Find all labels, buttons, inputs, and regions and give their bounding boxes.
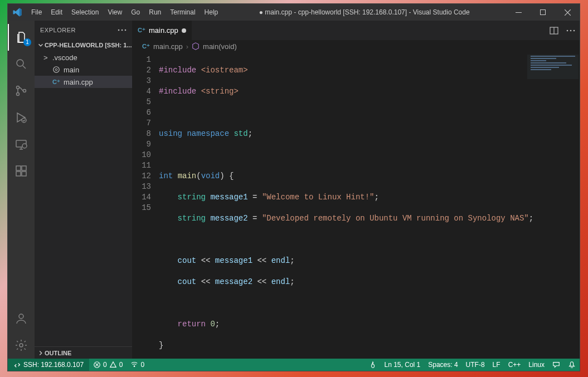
menu-run[interactable]: Run [144,4,166,21]
status-bell[interactable] [564,359,580,371]
menu-help[interactable]: Help [200,4,223,21]
binary-icon [52,66,60,74]
svg-point-17 [125,29,127,31]
svg-rect-12 [22,166,26,170]
sidebar-title: EXPLORER [40,27,76,33]
status-feedback[interactable] [548,359,564,371]
file-tree: > .vscode main C⁺ main.cpp [35,51,132,346]
sidebar-header: EXPLORER [35,21,132,39]
activity-accounts[interactable] [8,305,35,332]
svg-point-19 [55,68,57,71]
status-cursor[interactable]: Ln 15, Col 1 [381,359,425,371]
tree-item-label: .vscode [52,53,77,62]
svg-point-14 [20,344,23,347]
remote-icon [13,361,21,369]
warning-icon [109,361,117,369]
activity-search[interactable] [8,51,35,77]
explorer-folder-header[interactable]: CPP-HELLOWORLD [SSH: 1... [35,39,132,51]
error-icon [93,361,101,369]
breadcrumb-separator-icon: › [186,42,188,51]
status-encoding[interactable]: UTF-8 [462,359,489,371]
code-content[interactable]: #include <iostream> #include <string> us… [159,52,580,359]
menu-file[interactable]: File [27,4,46,21]
status-bar: SSH: 192.168.0.107 0 0 0 Ln 15, Col 1 Sp… [8,359,580,371]
svg-point-4 [17,93,20,96]
activity-settings[interactable] [8,332,35,359]
status-prettier[interactable] [365,359,381,371]
svg-rect-9 [16,166,21,170]
activity-run-debug[interactable] [8,104,35,131]
code-editor[interactable]: 12345 678910 1112131415 #include <iostre… [132,52,580,359]
status-problems[interactable]: 0 0 [89,359,127,371]
menu-bar: File Edit Selection View Go Run Terminal… [27,4,222,21]
side-bar: EXPLORER CPP-HELLOWORLD [SSH: 1... > .vs… [35,21,132,359]
status-spaces[interactable]: Spaces: 4 [424,359,461,371]
breadcrumb-symbol[interactable]: main(void) [203,42,237,51]
feedback-icon [552,361,560,369]
svg-rect-1 [540,9,545,14]
svg-rect-10 [16,172,21,176]
outline-header[interactable]: OUTLINE [35,346,132,359]
vscode-logo-icon [8,4,27,21]
close-button[interactable] [555,4,580,21]
svg-point-15 [118,29,120,31]
svg-point-5 [23,90,26,92]
editor-tabs: C⁺ main.cpp [132,21,580,40]
svg-point-23 [574,30,575,31]
outline-label: OUTLINE [45,350,71,356]
breadcrumb-file[interactable]: main.cpp [153,42,183,51]
explorer-folder-label: CPP-HELLOWORLD [SSH: 1... [45,42,132,48]
activity-scm[interactable] [8,77,35,104]
tab-main-cpp[interactable]: C⁺ main.cpp [132,21,192,40]
tree-item-label: main [64,66,79,74]
maximize-button[interactable] [531,4,555,21]
tree-item-label: main.cpp [64,78,93,86]
sidebar-more-icon[interactable] [118,29,127,31]
tab-label: main.cpp [149,26,178,35]
svg-point-21 [567,30,568,31]
menu-terminal[interactable]: Terminal [166,4,200,21]
status-remote[interactable]: SSH: 192.168.0.107 [8,359,89,371]
status-language[interactable]: C++ [504,359,525,371]
editor-more-icon[interactable] [566,30,575,32]
minimize-button[interactable] [506,4,531,21]
status-eol[interactable]: LF [489,359,504,371]
svg-point-3 [17,86,20,89]
activity-bar: 1 [8,21,35,359]
activity-remote[interactable] [8,131,35,158]
vscode-window: File Edit Selection View Go Run Terminal… [7,3,580,371]
activity-extensions[interactable] [8,158,35,184]
main-body: 1 [8,21,580,359]
window-title: ● main.cpp - cpp-helloworld [SSH: 192.16… [222,8,506,16]
line-gutter: 12345 678910 1112131415 [132,52,159,359]
status-ports[interactable]: 0 [127,359,148,371]
menu-view[interactable]: View [103,4,127,21]
svg-point-18 [54,67,60,73]
menu-go[interactable]: Go [127,4,144,21]
activity-explorer[interactable]: 1 [8,24,35,51]
tree-item-main-bin[interactable]: main [35,63,132,76]
explorer-badge: 1 [23,38,31,46]
tree-item-main-cpp[interactable]: C⁺ main.cpp [35,76,132,88]
status-remote-label: SSH: 192.168.0.107 [23,361,84,369]
bell-icon [568,361,576,369]
minimap[interactable] [527,55,579,79]
svg-point-13 [19,314,23,319]
flame-icon [369,361,377,369]
symbol-icon [192,42,200,50]
svg-point-22 [570,30,572,31]
cpp-file-icon: C⁺ [138,27,145,34]
chevron-right-icon: > [43,53,49,62]
svg-point-2 [17,60,23,66]
cpp-file-icon: C⁺ [142,43,150,50]
menu-edit[interactable]: Edit [46,4,67,21]
status-os[interactable]: Linux [524,359,548,371]
svg-point-25 [134,365,135,367]
svg-point-16 [122,29,123,31]
split-editor-icon[interactable] [550,26,558,35]
editor-area: C⁺ main.cpp C⁺ main.cpp › [132,21,580,359]
title-bar: File Edit Selection View Go Run Terminal… [8,4,580,21]
breadcrumbs[interactable]: C⁺ main.cpp › main(void) [132,40,580,52]
menu-selection[interactable]: Selection [67,4,103,21]
tree-item-vscode[interactable]: > .vscode [35,51,132,63]
